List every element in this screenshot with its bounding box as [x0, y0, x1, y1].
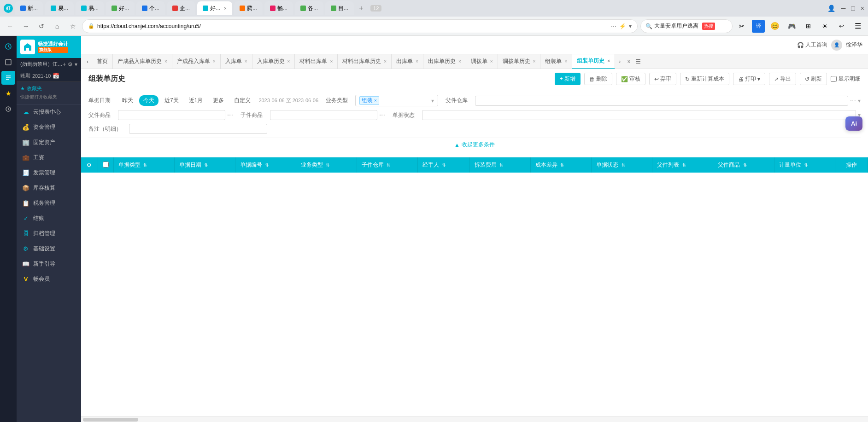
- tab-stock-out-history[interactable]: 出库单历史 ×: [423, 54, 466, 69]
- abandon-button[interactable]: ↩ 弃审: [649, 73, 676, 85]
- sidebar-item-cloud-reports[interactable]: ☁ 云报表中心: [17, 104, 81, 120]
- tab-product-in-history[interactable]: 产成品入库单历史 ×: [113, 54, 172, 69]
- bookmark-button[interactable]: ☆: [66, 20, 79, 33]
- child-goods-dots[interactable]: ···: [379, 111, 385, 119]
- th-checkbox[interactable]: [98, 157, 113, 173]
- date-more-btn[interactable]: 更多: [209, 95, 228, 106]
- collapse-more-conditions-btn[interactable]: ▲ 收起更多条件: [88, 138, 861, 151]
- child-goods-input[interactable]: [270, 110, 377, 120]
- tabs-next-button[interactable]: ›: [615, 54, 624, 69]
- horizontal-scrollbar[interactable]: [81, 416, 868, 422]
- sort-business-type[interactable]: ⇅: [326, 162, 329, 168]
- display-detail-checkbox[interactable]: [831, 76, 837, 82]
- th-bill-type[interactable]: 单据类型 ⇅: [113, 157, 174, 173]
- browser-tab-10[interactable]: 各...: [295, 1, 323, 15]
- refresh-button[interactable]: ↺ 刷新: [800, 73, 827, 85]
- sidebar-item-archive[interactable]: 🗄 归档管理: [17, 226, 81, 241]
- sidebar-item-basic-settings[interactable]: ⚙ 基础设置: [17, 241, 81, 256]
- tab-assembly[interactable]: 组装单 ×: [540, 54, 572, 69]
- close-button[interactable]: ×: [861, 5, 864, 12]
- profile-icon[interactable]: 👤: [827, 5, 835, 12]
- browser-tab-11[interactable]: 目...: [325, 1, 354, 15]
- print-dropdown-icon[interactable]: ▾: [757, 76, 760, 82]
- sidebar-item-guide[interactable]: 📖 新手引导: [17, 256, 81, 272]
- sort-bill-no[interactable]: ⇅: [265, 162, 269, 168]
- th-settings[interactable]: ⚙: [81, 157, 98, 173]
- parent-goods-dots[interactable]: ···: [227, 111, 233, 119]
- settings-icon[interactable]: ⚙: [87, 162, 92, 168]
- sidebar-strip-icon-3[interactable]: [1, 71, 15, 85]
- search-area[interactable]: 🔍 大量安卓用户逃离 热搜: [640, 19, 733, 33]
- tab-close-assembly-history[interactable]: ×: [607, 58, 610, 64]
- sidebar-strip-icon-4[interactable]: ★: [1, 87, 15, 100]
- sidebar-strip-icon-5[interactable]: [1, 102, 15, 116]
- sort-bill-date[interactable]: ⇅: [204, 162, 208, 168]
- sidebar-item-settlement[interactable]: ✓ 结账: [17, 211, 81, 226]
- maximize-button[interactable]: □: [851, 5, 855, 12]
- tab-stock-out[interactable]: 出库单 ×: [392, 54, 423, 69]
- tab-close-assembly[interactable]: ×: [564, 59, 567, 64]
- home-button[interactable]: ⌂: [51, 20, 64, 33]
- tab-product-in[interactable]: 产成品入库单 ×: [172, 54, 221, 69]
- minimize-button[interactable]: ─: [841, 5, 845, 12]
- audit-button[interactable]: ✅ 审核: [616, 73, 645, 85]
- sidebar-item-tax[interactable]: 📋 税务管理: [17, 196, 81, 211]
- export-button[interactable]: ↗ 导出: [769, 73, 796, 85]
- sidebar-item-member[interactable]: V 畅会员: [17, 272, 81, 287]
- calendar-icon[interactable]: 📅: [53, 73, 59, 79]
- browser-tab-4[interactable]: 好...: [106, 1, 135, 15]
- th-cost-diff[interactable]: 成本差异 ⇅: [531, 157, 592, 173]
- forward-button[interactable]: →: [19, 20, 32, 33]
- tab-transfer[interactable]: 调拨单 ×: [466, 54, 498, 69]
- sidebar-item-inventory[interactable]: 📦 库存核算: [17, 180, 81, 196]
- company-dropdown-icon[interactable]: ▾: [75, 61, 77, 68]
- recalculate-button[interactable]: ↻ 重新计算成本: [680, 73, 729, 85]
- sidebar-item-funds[interactable]: 💰 资金管理: [17, 120, 81, 135]
- translate-icon[interactable]: 译: [752, 20, 765, 33]
- scroll-thumb[interactable]: [83, 418, 138, 422]
- parent-goods-input[interactable]: [118, 110, 225, 120]
- delete-button[interactable]: 🗑 删除: [584, 73, 612, 85]
- tab-assembly-history[interactable]: 组装单历史 ×: [572, 54, 615, 69]
- display-detail-toggle[interactable]: 显示明细: [831, 75, 861, 83]
- tab-close-stock-in[interactable]: ×: [245, 59, 247, 64]
- parent-warehouse-input[interactable]: [475, 96, 848, 106]
- sort-handler[interactable]: ⇅: [442, 162, 446, 168]
- th-handler[interactable]: 经手人 ⇅: [417, 157, 469, 173]
- th-child-warehouse[interactable]: 子件仓库 ⇅: [357, 157, 417, 173]
- tab-material-out-history[interactable]: 材料出库单历史 ×: [338, 54, 392, 69]
- sort-parent-list[interactable]: ⇅: [682, 162, 686, 168]
- th-disassemble-fee[interactable]: 拆装费用 ⇅: [470, 157, 531, 173]
- date-today-btn[interactable]: 今天: [139, 95, 158, 106]
- date-custom-btn[interactable]: 自定义: [230, 95, 255, 106]
- tab-close-material-out-history[interactable]: ×: [384, 59, 387, 64]
- th-parent-goods[interactable]: 父件商品 ⇅: [713, 157, 774, 173]
- sort-cost-diff[interactable]: ⇅: [560, 162, 564, 168]
- browser-tab-7[interactable]: 好... ×: [197, 1, 232, 15]
- date-1month-btn[interactable]: 近1月: [185, 95, 207, 106]
- browser-tab-6[interactable]: 企...: [167, 1, 195, 15]
- sort-bill-type[interactable]: ⇅: [143, 162, 147, 168]
- remark-input[interactable]: [129, 124, 267, 134]
- th-bill-status[interactable]: 单据状态 ⇅: [592, 157, 652, 173]
- print-button[interactable]: 🖨 打印 ▾: [733, 73, 765, 85]
- sort-bill-status[interactable]: ⇅: [622, 162, 625, 168]
- scissors-icon[interactable]: ✂: [735, 20, 748, 33]
- tabs-prev-button[interactable]: ‹: [83, 54, 92, 69]
- tab-close-transfer-history[interactable]: ×: [533, 59, 536, 64]
- business-type-input[interactable]: 组装 × ▾: [355, 95, 438, 106]
- add-button[interactable]: + 新增: [555, 73, 581, 85]
- ai-assistant-button[interactable]: Ai: [845, 116, 862, 131]
- sidebar-strip-icon-1[interactable]: [1, 40, 15, 53]
- browser-tab-5[interactable]: 个...: [136, 1, 165, 15]
- undo-icon[interactable]: ↩: [835, 20, 848, 33]
- sidebar-item-invoice[interactable]: 🧾 发票管理: [17, 165, 81, 180]
- th-unit[interactable]: 计量单位 ⇅: [774, 157, 835, 173]
- user-avatar[interactable]: 👤: [831, 40, 842, 51]
- tab-close-product-in-history[interactable]: ×: [164, 59, 167, 64]
- date-7days-btn[interactable]: 近7天: [160, 95, 183, 106]
- sort-parent-goods[interactable]: ⇅: [743, 162, 747, 168]
- sidebar-strip-icon-2[interactable]: [1, 55, 15, 69]
- browser-tab-9[interactable]: 畅...: [264, 1, 293, 15]
- th-parent-list[interactable]: 父件列表 ⇅: [652, 157, 713, 173]
